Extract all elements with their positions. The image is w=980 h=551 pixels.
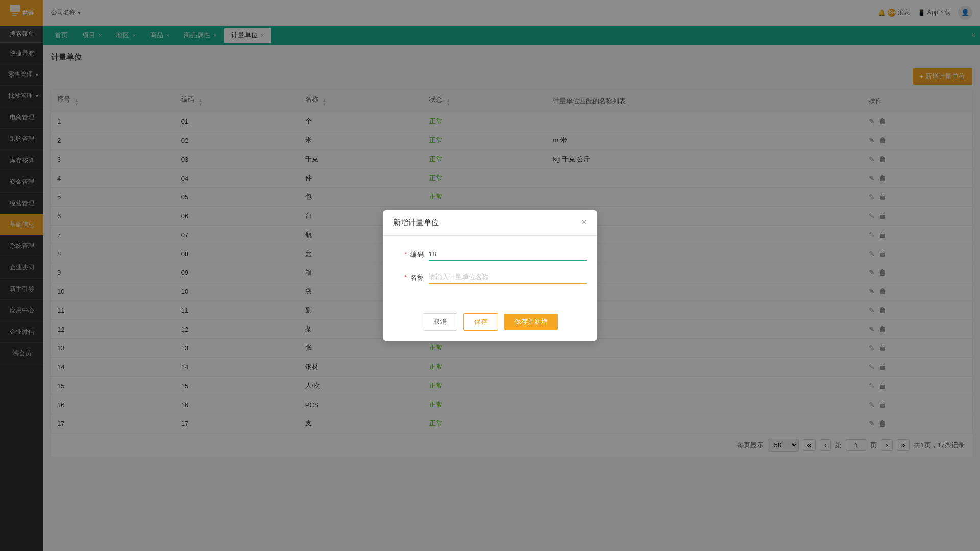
- code-input[interactable]: [429, 248, 587, 261]
- add-unit-modal: 新增计量单位 × 编码 名称 取消 保存 保存并新增: [383, 210, 597, 341]
- modal-title: 新增计量单位: [393, 218, 439, 228]
- cancel-button[interactable]: 取消: [423, 313, 457, 331]
- form-row-name: 名称: [393, 271, 587, 284]
- save-and-new-button[interactable]: 保存并新增: [504, 314, 558, 330]
- name-label: 名称: [393, 273, 424, 282]
- unit-name-input[interactable]: [429, 271, 587, 284]
- modal-header: 新增计量单位 ×: [383, 210, 597, 236]
- modal-footer: 取消 保存 保存并新增: [383, 306, 597, 341]
- modal-close-btn[interactable]: ×: [581, 217, 587, 228]
- required-mark-name: [404, 273, 408, 281]
- code-label-text: 编码: [410, 251, 424, 258]
- modal-overlay[interactable]: 新增计量单位 × 编码 名称 取消 保存 保存并新增: [0, 0, 980, 551]
- form-row-code: 编码: [393, 248, 587, 261]
- required-mark: [404, 251, 408, 258]
- modal-body: 编码 名称: [383, 236, 597, 306]
- name-label-text: 名称: [410, 273, 424, 281]
- save-button[interactable]: 保存: [463, 313, 498, 331]
- code-label: 编码: [393, 250, 424, 259]
